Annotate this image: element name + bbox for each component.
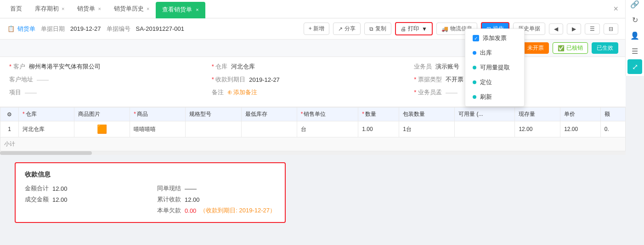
cell-sales-unit: 台 (297, 121, 358, 137)
col-product: *商品 (130, 108, 186, 121)
copy-icon: ⧉ (369, 26, 373, 32)
employee-label: 业务员 (414, 63, 435, 71)
tab-bar: 首页 库存期初 × 销货单 × 销货单历史 × 查看销货单 × × (0, 0, 626, 18)
warehouse-field: 仓库 河北仓库 (212, 63, 414, 71)
due-date-field: 收款到期日 2019-12-27 (212, 75, 414, 84)
project-field: 项目 —— (9, 88, 212, 97)
doc-icon: 📋 (7, 25, 15, 32)
table: ⚙ *仓库 商品图片 *商品 规格型号 最低库存 *销售单位 *数量 包装数量 … (0, 107, 626, 151)
locate-label: 定位 (480, 78, 492, 86)
copy-button[interactable]: ⧉ 复制 (364, 23, 391, 35)
dropdown-refresh[interactable]: 刷新 (465, 90, 524, 104)
col-warehouse: *仓库 (19, 108, 74, 121)
project-label: 项目 (9, 88, 25, 97)
form-row-1: 客户 柳州粤港平安气体有限公司 仓库 河北仓库 业务员 演示账号 (9, 63, 616, 71)
plus-icon: ⊕ (227, 89, 232, 96)
tab-close-sales[interactable]: × (98, 6, 101, 11)
sidebar-list-icon[interactable]: ☰ (627, 44, 642, 58)
grid-view-button[interactable]: ⊟ (604, 23, 618, 34)
add-note-button[interactable]: ⊕ 添加备注 (227, 88, 258, 97)
payment-grid: 金额合计 12.00 同单现结 —— 成交金额 12.00 累计收款 12.00 (25, 184, 276, 215)
tab-view-sales[interactable]: 查看销货单 × (156, 2, 205, 18)
payment-balance-row: 本单欠款 0.00 （收款到期日: 2019-12-27） (157, 206, 276, 215)
tab-sales-history[interactable]: 销货单历史 × (107, 0, 156, 18)
tab-close-sales-history[interactable]: × (147, 6, 149, 11)
col-unit-price: 单价 (560, 108, 601, 121)
share-icon: ↗ (338, 26, 343, 32)
dropdown-locate[interactable]: 定位 (465, 75, 524, 90)
doc-actions: + 新增 ↗ 分享 ⧉ 复制 🖨 打印 ▼ 🚚 物流信息 (304, 22, 618, 35)
customer-label: 客户 (9, 63, 29, 71)
available-extract-dot-icon (473, 66, 476, 69)
customer-field: 客户 柳州粤港平安气体有限公司 (9, 63, 212, 71)
sidebar-link-icon[interactable]: 🔗 (627, 0, 642, 11)
tab-sales[interactable]: 销货单 × (71, 0, 107, 18)
print-button[interactable]: 🖨 打印 ▼ (395, 22, 433, 35)
available-extract-label: 可用量提取 (480, 63, 510, 72)
window-close-button[interactable]: × (610, 4, 622, 14)
sidebar-refresh-icon[interactable]: ↻ (627, 12, 642, 27)
due-date-value: 2019-12-27 (249, 76, 280, 83)
prev-button[interactable]: ◀ (549, 23, 563, 34)
doc-date-value: 2019-12-27 (70, 25, 101, 32)
payment-balance-label: 本单欠款 (157, 206, 181, 215)
locate-dot-icon (473, 80, 476, 84)
col-min-stock: 最低库存 (241, 108, 297, 121)
next-button[interactable]: ▶ (567, 23, 581, 34)
col-quantity: *数量 (358, 108, 399, 121)
col-amount: 额 (600, 108, 625, 121)
print-icon: 🖨 (401, 26, 406, 32)
subtotal-row: 小计 (0, 137, 626, 151)
col-product-image: 商品图片 (74, 108, 130, 121)
dropdown-outbound[interactable]: 出库 (465, 46, 524, 60)
ticket-type-label: 票据类型 (414, 75, 446, 84)
customer-value: 柳州粤港平安气体有限公司 (29, 63, 101, 71)
payment-cumulative-row: 累计收款 12.00 (157, 195, 276, 204)
doc-date-label: 单据日期 (41, 25, 65, 33)
cell-product-image: 🟧 (74, 121, 130, 137)
tab-close-view-sales[interactable]: × (196, 7, 198, 12)
list-view-button[interactable]: ☰ (585, 23, 600, 34)
payment-settlement-row: 同单现结 —— (157, 184, 276, 193)
warehouse-label: 仓库 (212, 63, 232, 71)
tab-close-inventory[interactable]: × (62, 6, 64, 11)
payment-total-label: 金额合计 (25, 184, 49, 193)
payment-wrapper: 收款信息 金额合计 12.00 同单现结 —— 成交金额 12.00 (0, 155, 626, 230)
payment-cumulative-label: 累计收款 (157, 195, 181, 204)
form-area: 客户 柳州粤港平安气体有限公司 仓库 河北仓库 业务员 演示账号 客户地址 —— (0, 57, 626, 107)
payment-settlement-label: 同单现结 (157, 184, 181, 193)
refresh-dot-icon (473, 95, 476, 99)
cell-amount: 0. (600, 121, 625, 137)
dropdown-add-invoice[interactable]: 添加发票 (465, 31, 524, 46)
check-button[interactable]: ✅ 已核销 (553, 42, 588, 54)
table-row: 1 河北仓库 🟧 嘻嘻嘻嘻 台 1.00 1台 12.00 12.00 (0, 121, 626, 137)
sidebar-user-icon[interactable]: 👤 (627, 28, 642, 43)
add-invoice-checkbox-icon (473, 35, 479, 41)
dropdown-available-extract[interactable]: 可用量提取 (465, 60, 524, 75)
check-icon: ✅ (558, 45, 565, 51)
form-row-2: 客户地址 —— 收款到期日 2019-12-27 票据类型 不开票 (9, 75, 616, 84)
col-pack-qty: 包装数量 (399, 108, 455, 121)
tab-inventory[interactable]: 库存期初 × (28, 0, 71, 18)
payment-balance-note: （收款到期日: 2019-12-27） (200, 206, 276, 215)
note-field: 备注 ⊕ 添加备注 (212, 88, 414, 97)
scroll-bar-area[interactable] (0, 151, 626, 155)
cell-spec (186, 121, 241, 137)
salesman-value: —— (446, 89, 458, 96)
share-button[interactable]: ↗ 分享 (333, 23, 361, 35)
settings-icon: ⚙ (7, 111, 12, 118)
cell-warehouse: 河北仓库 (19, 121, 74, 137)
tab-home[interactable]: 首页 (4, 0, 28, 18)
refresh-label: 刷新 (480, 93, 492, 101)
scroll-thumb[interactable] (0, 151, 92, 155)
sidebar-expand-icon[interactable]: ⤢ (627, 59, 642, 74)
list-view-icon: ☰ (590, 26, 595, 32)
col-settings[interactable]: ⚙ (0, 108, 19, 121)
logistics-icon: 🚚 (441, 26, 448, 32)
sold-button[interactable]: 已生效 (592, 42, 618, 54)
grid-view-icon: ⊟ (609, 26, 613, 32)
new-button[interactable]: + 新增 (304, 23, 329, 35)
product-image-icon: 🟧 (97, 125, 107, 134)
outbound-label: 出库 (480, 49, 492, 57)
cell-no: 1 (0, 121, 19, 137)
